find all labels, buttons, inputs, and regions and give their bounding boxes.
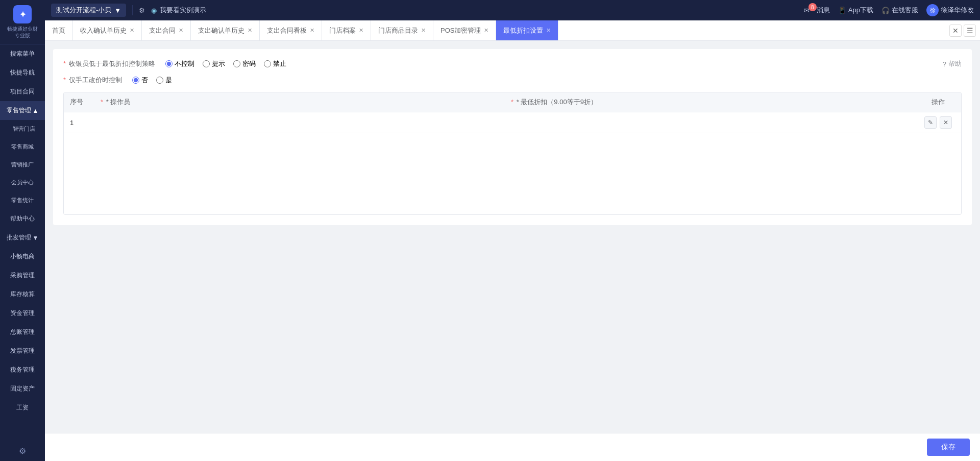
message-button[interactable]: ✉ 8 消息 — [804, 6, 830, 15]
tab-payment-contract[interactable]: 支出合同 ✕ — [142, 20, 191, 41]
online-service-button[interactable]: 🎧 在线客服 — [881, 6, 918, 15]
tab-close-payment-board[interactable]: ✕ — [310, 27, 314, 34]
tab-close-income-history[interactable]: ✕ — [130, 27, 134, 34]
project-selector[interactable]: 测试分开流程-小贝 ▼ — [51, 4, 126, 17]
arrow-up-icon: ▲ — [33, 107, 39, 114]
tab-store-archive[interactable]: 门店档案 ✕ — [322, 20, 371, 41]
radio-no-control[interactable]: 不控制 — [165, 59, 194, 68]
radio-password[interactable]: 密码 — [233, 59, 256, 68]
page-content: * 收银员低于最低折扣控制策略 不控制 提示 密码 — [45, 41, 980, 433]
sidebar-item-ecommerce[interactable]: 小畅电商 — [0, 247, 45, 266]
tab-close-payment-confirm[interactable]: ✕ — [248, 27, 252, 34]
project-name: 测试分开流程-小贝 — [56, 6, 111, 15]
help-button[interactable]: ? 帮助 — [943, 59, 962, 68]
table-header: 序号 * * 操作员 * * 最低折扣（9.00等于9折） 操作 — [64, 92, 961, 112]
logo-area: ✦ 畅捷通好业财 专业版 — [0, 0, 45, 44]
radio-hint[interactable]: 提示 — [203, 59, 225, 68]
chevron-down-icon: ▼ — [114, 7, 121, 14]
sidebar-item-purchase[interactable]: 采购管理 — [0, 266, 45, 285]
sidebar-item-help-center[interactable]: 帮助中心 — [0, 209, 45, 228]
tab-home[interactable]: 首页 — [45, 20, 73, 41]
sidebar: ✦ 畅捷通好业财 专业版 搜索菜单 快捷导航 项目合同 零售管理 ▲ 智营门店 … — [0, 0, 45, 461]
sidebar-item-smart-store[interactable]: 智营门店 — [0, 120, 45, 138]
discount-table: 序号 * * 操作员 * * 最低折扣（9.00等于9折） 操作 1 — [63, 92, 962, 215]
sidebar-item-fund[interactable]: 资金管理 — [0, 304, 45, 323]
col-action: 操作 — [915, 92, 961, 112]
radio-yes[interactable]: 是 — [156, 76, 172, 85]
col-discount: * * 最低折扣（9.00等于9折） — [505, 92, 915, 112]
page-footer: 保存 — [45, 433, 980, 461]
radio-no[interactable]: 否 — [132, 76, 148, 85]
tabs-actions: ✕ ☰ — [945, 25, 980, 37]
form-row-control-strategy: * 收银员低于最低折扣控制策略 不控制 提示 密码 — [63, 59, 962, 68]
tab-close-store-goods[interactable]: ✕ — [421, 27, 426, 34]
headset-icon: 🎧 — [881, 7, 890, 14]
tab-close-payment-contract[interactable]: ✕ — [179, 27, 183, 34]
tabs-bar: 首页 收入确认单历史 ✕ 支出合同 ✕ 支出确认单历史 ✕ 支出合同看板 ✕ 门… — [45, 20, 980, 41]
sidebar-item-tax[interactable]: 税务管理 — [0, 360, 45, 379]
cell-operator — [94, 118, 505, 127]
sidebar-item-shortcut[interactable]: 快捷导航 — [0, 63, 45, 82]
radio-forbidden[interactable]: 禁止 — [264, 59, 286, 68]
logo-icon: ✦ — [13, 5, 32, 23]
tab-close-store-archive[interactable]: ✕ — [359, 27, 363, 34]
settings-icon[interactable]: ⚙ — [139, 7, 145, 14]
cell-action: ✎ ✕ — [915, 112, 961, 133]
tab-pos-password[interactable]: POS加密管理 ✕ — [433, 20, 496, 41]
sidebar-item-project-contract[interactable]: 项目合同 — [0, 82, 45, 101]
message-badge: 8 — [808, 3, 817, 11]
sidebar-item-salary[interactable]: 工资 — [0, 398, 45, 417]
row-delete-button[interactable]: ✕ — [940, 116, 952, 129]
field1-label: * 收银员低于最低折扣控制策略 — [63, 59, 155, 68]
col-seq: 序号 — [64, 92, 94, 112]
phone-icon: 📱 — [838, 7, 846, 14]
user-menu-button[interactable]: 徐 徐泽华修改 — [926, 4, 974, 16]
sidebar-item-retail-stats[interactable]: 零售统计 — [0, 191, 45, 209]
control-strategy-radio-group: 不控制 提示 密码 禁止 — [165, 59, 286, 68]
sidebar-item-retail-mall[interactable]: 零售商城 — [0, 138, 45, 156]
settings-card: * 收银员低于最低折扣控制策略 不控制 提示 密码 — [53, 49, 972, 225]
main-area: 测试分开流程-小贝 ▼ ⚙ ◉ 我要看实例演示 ✉ 8 消息 📱 App下载 🎧… — [45, 0, 980, 461]
sidebar-item-invoice[interactable]: 发票管理 — [0, 342, 45, 360]
sidebar-item-inventory[interactable]: 库存核算 — [0, 285, 45, 304]
form-row-manual-control: * 仅手工改价时控制 否 是 — [63, 76, 962, 85]
logo-badge: 专业版 — [15, 32, 30, 39]
tab-income-history[interactable]: 收入确认单历史 ✕ — [73, 20, 142, 41]
close-tab-button[interactable]: ✕ — [949, 25, 962, 37]
sidebar-settings-button[interactable]: ⚙ — [0, 441, 45, 461]
field2-label: * 仅手工改价时控制 — [63, 76, 122, 85]
tab-store-goods[interactable]: 门店商品目录 ✕ — [371, 20, 433, 41]
manual-control-radio-group: 否 是 — [132, 76, 172, 85]
app-download-button[interactable]: 📱 App下载 — [838, 6, 873, 15]
demo-link[interactable]: ◉ 我要看实例演示 — [151, 6, 206, 15]
logo-text: 畅捷通好业财 — [7, 26, 38, 32]
col-operator: * * 操作员 — [94, 92, 505, 112]
tab-close-min-discount[interactable]: ✕ — [546, 27, 551, 34]
tab-payment-board[interactable]: 支出合同看板 ✕ — [260, 20, 322, 41]
arrow-down-icon: ▼ — [33, 234, 39, 241]
tab-min-discount[interactable]: 最低折扣设置 ✕ — [496, 20, 558, 41]
cell-seq: 1 — [64, 115, 94, 131]
topbar: 测试分开流程-小贝 ▼ ⚙ ◉ 我要看实例演示 ✉ 8 消息 📱 App下载 🎧… — [45, 0, 980, 20]
save-button[interactable]: 保存 — [927, 439, 970, 456]
avatar: 徐 — [926, 4, 939, 16]
tab-payment-confirm-history[interactable]: 支出确认单历史 ✕ — [191, 20, 260, 41]
sidebar-item-search[interactable]: 搜索菜单 — [0, 44, 45, 63]
sidebar-item-ledger[interactable]: 总账管理 — [0, 323, 45, 342]
circle-icon: ◉ — [151, 7, 157, 14]
sidebar-item-batch-management[interactable]: 批发管理 ▼ — [0, 228, 45, 247]
sidebar-item-member-center[interactable]: 会员中心 — [0, 174, 45, 191]
sidebar-item-marketing[interactable]: 营销推广 — [0, 156, 45, 174]
sidebar-item-fixed-assets[interactable]: 固定资产 — [0, 379, 45, 398]
cell-discount — [505, 118, 915, 127]
question-icon: ? — [943, 60, 946, 68]
table-row: 1 ✎ ✕ — [64, 112, 961, 133]
tab-close-pos-password[interactable]: ✕ — [484, 27, 488, 34]
tab-menu-button[interactable]: ☰ — [964, 25, 976, 37]
topbar-right: ✉ 8 消息 📱 App下载 🎧 在线客服 徐 徐泽华修改 — [804, 4, 974, 16]
sidebar-item-retail-management[interactable]: 零售管理 ▲ — [0, 101, 45, 120]
table-body: 1 ✎ ✕ — [64, 112, 961, 214]
row-edit-button[interactable]: ✎ — [924, 116, 937, 129]
